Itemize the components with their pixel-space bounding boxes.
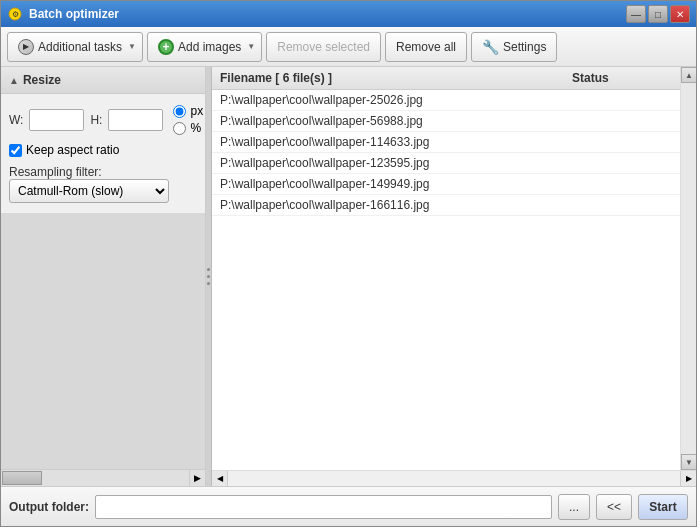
title-bar: ⚙ Batch optimizer — □ ✕: [1, 1, 696, 27]
resize-section-header[interactable]: ▲ Resize: [1, 67, 205, 94]
remove-selected-button[interactable]: Remove selected: [266, 32, 381, 62]
table-row[interactable]: P:\wallpaper\cool\wallpaper-25026.jpg: [212, 90, 680, 111]
resampling-select[interactable]: Catmull-Rom (slow) Lanczos Bilinear Bicu…: [9, 179, 169, 203]
add-images-button[interactable]: + Add images ▼: [147, 32, 262, 62]
app-icon: ⚙: [7, 6, 23, 22]
px-label: px: [190, 104, 203, 118]
h-label: H:: [90, 113, 102, 127]
maximize-button[interactable]: □: [648, 5, 668, 23]
remove-selected-label: Remove selected: [277, 40, 370, 54]
horizontal-scrollbar: ◀ ▶: [212, 470, 696, 486]
keep-aspect-checkbox[interactable]: [9, 144, 22, 157]
unit-radio-group: px %: [173, 104, 203, 135]
left-panel-empty-area: [1, 213, 205, 469]
vertical-scrollbar: ▲ ▼: [680, 67, 696, 470]
file-path: P:\wallpaper\cool\wallpaper-166116.jpg: [220, 198, 572, 212]
percent-radio[interactable]: [173, 122, 186, 135]
scroll-left-arrow[interactable]: ◀: [212, 471, 228, 486]
table-row[interactable]: P:\wallpaper\cool\wallpaper-56988.jpg: [212, 111, 680, 132]
splitter-dots: [207, 267, 210, 287]
bottom-bar: Output folder: ... << Start: [1, 486, 696, 526]
close-button[interactable]: ✕: [670, 5, 690, 23]
keep-aspect-row[interactable]: Keep aspect ratio: [9, 143, 197, 157]
col-filename-header: Filename [ 6 file(s) ]: [220, 71, 572, 85]
resampling-row: Resampling filter: Catmull-Rom (slow) La…: [9, 165, 197, 203]
file-table[interactable]: Filename [ 6 file(s) ] Status P:\wallpap…: [212, 67, 680, 470]
file-path: P:\wallpaper\cool\wallpaper-114633.jpg: [220, 135, 572, 149]
title-controls: — □ ✕: [626, 5, 690, 23]
file-path: P:\wallpaper\cool\wallpaper-123595.jpg: [220, 156, 572, 170]
settings-icon: 🔧: [482, 39, 499, 55]
px-radio[interactable]: [173, 105, 186, 118]
content-area: ▲ Resize W: H: px: [1, 67, 696, 486]
add-images-arrow: ▼: [247, 42, 255, 51]
remove-all-label: Remove all: [396, 40, 456, 54]
px-radio-item[interactable]: px: [173, 104, 203, 118]
left-hscroll-thumb[interactable]: [2, 471, 42, 485]
remove-all-button[interactable]: Remove all: [385, 32, 467, 62]
w-label: W:: [9, 113, 23, 127]
table-row[interactable]: P:\wallpaper\cool\wallpaper-149949.jpg: [212, 174, 680, 195]
right-area: Filename [ 6 file(s) ] Status P:\wallpap…: [206, 67, 696, 486]
add-icon: +: [158, 39, 174, 55]
svg-text:⚙: ⚙: [12, 10, 19, 19]
table-row[interactable]: P:\wallpaper\cool\wallpaper-166116.jpg: [212, 195, 680, 216]
left-scroll-right-arrow[interactable]: ▶: [189, 470, 205, 486]
file-list-panel: Filename [ 6 file(s) ] Status P:\wallpap…: [212, 67, 696, 486]
additional-tasks-label: Additional tasks: [38, 40, 122, 54]
scroll-right-arrow[interactable]: ▶: [680, 471, 696, 486]
add-images-label: Add images: [178, 40, 241, 54]
settings-button[interactable]: 🔧 Settings: [471, 32, 557, 62]
scroll-up-arrow[interactable]: ▲: [681, 67, 696, 83]
main-window: ⚙ Batch optimizer — □ ✕ ▶ Additional tas…: [0, 0, 697, 527]
percent-radio-item[interactable]: %: [173, 121, 203, 135]
resize-section-title: Resize: [23, 73, 61, 87]
left-hscroll-track: [1, 470, 189, 486]
output-path-input[interactable]: [95, 495, 552, 519]
start-button[interactable]: Start: [638, 494, 688, 520]
collapse-icon: ▲: [9, 75, 19, 86]
scroll-track[interactable]: [681, 83, 696, 454]
title-bar-left: ⚙ Batch optimizer: [7, 6, 119, 22]
window-title: Batch optimizer: [29, 7, 119, 21]
file-path: P:\wallpaper\cool\wallpaper-25026.jpg: [220, 93, 572, 107]
left-panel: ▲ Resize W: H: px: [1, 67, 206, 486]
hscroll-track[interactable]: [228, 471, 680, 486]
output-folder-label: Output folder:: [9, 500, 89, 514]
width-input[interactable]: [29, 109, 84, 131]
additional-tasks-button[interactable]: ▶ Additional tasks ▼: [7, 32, 143, 62]
dimensions-row: W: H: px %: [9, 104, 197, 135]
keep-aspect-label: Keep aspect ratio: [26, 143, 119, 157]
height-input[interactable]: [108, 109, 163, 131]
back-button[interactable]: <<: [596, 494, 632, 520]
toolbar: ▶ Additional tasks ▼ + Add images ▼ Remo…: [1, 27, 696, 67]
file-list-with-scroll: Filename [ 6 file(s) ] Status P:\wallpap…: [212, 67, 696, 470]
play-icon: ▶: [18, 39, 34, 55]
browse-button[interactable]: ...: [558, 494, 590, 520]
settings-label: Settings: [503, 40, 546, 54]
file-path: P:\wallpaper\cool\wallpaper-149949.jpg: [220, 177, 572, 191]
percent-label: %: [190, 121, 201, 135]
scroll-down-arrow[interactable]: ▼: [681, 454, 696, 470]
minimize-button[interactable]: —: [626, 5, 646, 23]
table-row[interactable]: P:\wallpaper\cool\wallpaper-123595.jpg: [212, 153, 680, 174]
resize-panel-content: W: H: px %: [1, 94, 205, 213]
additional-tasks-arrow: ▼: [128, 42, 136, 51]
file-path: P:\wallpaper\cool\wallpaper-56988.jpg: [220, 114, 572, 128]
file-table-header: Filename [ 6 file(s) ] Status: [212, 67, 680, 90]
col-status-header: Status: [572, 71, 672, 85]
resampling-label: Resampling filter:: [9, 165, 197, 179]
table-row[interactable]: P:\wallpaper\cool\wallpaper-114633.jpg: [212, 132, 680, 153]
left-scroll-area: ▶: [1, 469, 205, 486]
